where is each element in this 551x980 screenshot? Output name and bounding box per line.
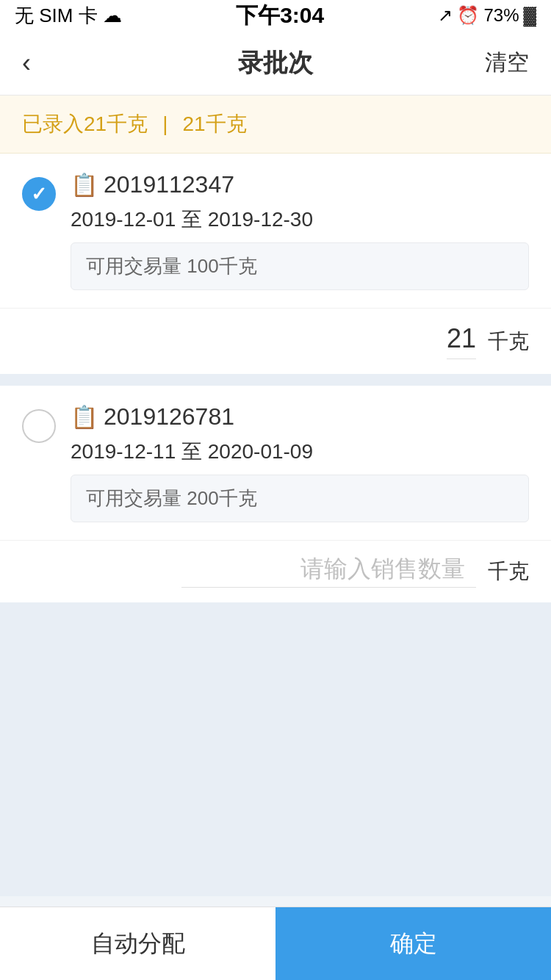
location-icon: ↗ xyxy=(438,5,453,26)
sim-status: 无 SIM 卡 ☁ xyxy=(15,3,122,29)
summary-divider: | xyxy=(162,112,168,136)
batch-date-2: 2019-12-11 至 2020-01-09 xyxy=(71,438,529,466)
batch-checkbox-2[interactable] xyxy=(22,409,56,443)
batch-card-2: 📋 2019126781 2019-12-11 至 2020-01-09 可用交… xyxy=(0,386,551,602)
auto-distribute-button[interactable]: 自动分配 xyxy=(0,907,276,980)
batch-info-1: 📋 2019112347 2019-12-01 至 2019-12-30 可用交… xyxy=(71,171,529,290)
summary-banner: 已录入21千克 | 21千克 xyxy=(0,96,551,154)
batch-checkbox-1[interactable] xyxy=(22,177,56,211)
confirm-button[interactable]: 确定 xyxy=(276,907,551,980)
batch-avail-1: 可用交易量 100千克 xyxy=(71,242,529,290)
quantity-value-1: 21 xyxy=(447,323,476,354)
page-title: 录批次 xyxy=(238,46,313,80)
back-button[interactable]: ‹ xyxy=(22,48,66,79)
quantity-input-2[interactable] xyxy=(181,555,476,583)
batch-doc-icon-2: 📋 xyxy=(71,404,98,430)
quantity-unit-1: 千克 xyxy=(488,328,529,356)
summary-label: 已录入21千克 xyxy=(22,110,148,138)
status-left: 无 SIM 卡 ☁ xyxy=(15,3,122,29)
batch-id-2: 2019126781 xyxy=(104,403,234,430)
section-separator-1 xyxy=(0,374,551,386)
batch-avail-2: 可用交易量 200千克 xyxy=(71,475,529,522)
batch-doc-icon-1: 📋 xyxy=(71,172,98,198)
status-right: ↗ ⏰ 73% ▓ xyxy=(438,5,536,26)
status-bar: 无 SIM 卡 ☁ 下午3:04 ↗ ⏰ 73% ▓ xyxy=(0,0,551,31)
bottom-bar: 自动分配 确定 xyxy=(0,907,551,980)
batch-info-2: 📋 2019126781 2019-12-11 至 2020-01-09 可用交… xyxy=(71,403,529,522)
clear-button[interactable]: 清空 xyxy=(485,48,529,78)
quantity-unit-2: 千克 xyxy=(488,558,529,586)
alarm-icon: ⏰ xyxy=(457,5,479,26)
empty-area xyxy=(0,602,551,896)
batch-date-1: 2019-12-01 至 2019-12-30 xyxy=(71,206,529,234)
battery-level: 73% xyxy=(483,5,519,26)
nav-bar: ‹ 录批次 清空 xyxy=(0,31,551,96)
batch-card-1: 📋 2019112347 2019-12-01 至 2019-12-30 可用交… xyxy=(0,154,551,374)
battery-icon: ▓ xyxy=(524,5,537,26)
status-time: 下午3:04 xyxy=(236,1,324,31)
batch-id-1: 2019112347 xyxy=(104,171,234,198)
summary-value: 21千克 xyxy=(182,110,246,138)
